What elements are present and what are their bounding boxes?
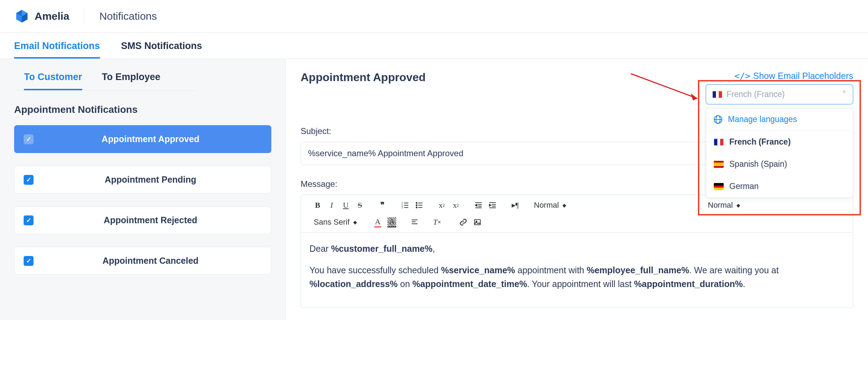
heading-select-1[interactable]: Normal◆ [532,200,568,211]
flag-france-icon [712,91,722,98]
text-color-button[interactable]: A [372,216,384,228]
manage-languages-item[interactable]: Manage languages [706,108,853,131]
flag-france-icon [714,139,724,146]
main-title: Appointment Approved [301,71,426,84]
strikethrough-button[interactable]: S [354,199,366,211]
language-select-value: French (France) [727,90,785,99]
notif-item-appointment-approved[interactable]: ✓ Appointment Approved [14,125,271,153]
italic-button[interactable]: I [326,199,338,211]
check-icon: ✓ [24,175,34,185]
editor-placeholder: %employee_full_name% [587,265,689,275]
header: Amelia Notifications [0,0,868,33]
page-title: Notifications [99,10,157,22]
notif-label: Appointment Pending [39,175,262,185]
svg-marker-18 [475,204,477,206]
section-heading: Appointment Notifications [14,104,271,115]
editor-text: , [433,244,435,254]
tab-email-notifications[interactable]: Email Notifications [14,41,100,59]
flag-spain-icon [714,161,724,168]
recipient-tabs: To Customer To Employee [14,69,194,91]
language-option-label: Spanish (Spain) [729,159,787,169]
outdent-button[interactable] [472,199,484,211]
text-direction-button[interactable]: ▸¶ [509,199,521,211]
tab-sms-notifications[interactable]: SMS Notifications [121,41,202,59]
main-content: Appointment Approved </> Show Email Plac… [286,59,868,320]
subscript-button[interactable]: x2 [436,199,448,211]
select-caret-icon: ◆ [736,202,740,208]
bold-button[interactable]: B [312,199,324,211]
superscript-button[interactable]: x2 [450,199,462,211]
language-option-german[interactable]: German [706,175,853,197]
show-placeholders-link[interactable]: </> Show Email Placeholders [734,71,853,81]
toolbar-heading-select-2-overlay: Normal◆ [706,200,853,211]
align-button[interactable] [409,216,421,228]
heading-select-2[interactable]: Normal◆ [706,200,742,211]
svg-point-10 [416,205,417,206]
editor-placeholder: %customer_full_name% [331,244,433,254]
manage-languages-label: Manage languages [728,115,797,124]
notif-item-appointment-pending[interactable]: ✓ Appointment Pending [14,166,271,194]
language-option-label: French (France) [729,137,791,147]
tab-to-customer[interactable]: To Customer [24,69,82,90]
font-family-select[interactable]: Sans Serif◆ [312,217,359,227]
notif-label: Appointment Approved [39,134,262,144]
divider [84,8,84,25]
editor-text: . [743,279,745,289]
editor-placeholder: %location_address% [309,279,398,289]
message-editor[interactable]: Dear %customer_full_name%, You have succ… [301,233,853,308]
svg-point-12 [416,207,417,208]
language-option-spanish[interactable]: Spanish (Spain) [706,153,853,175]
language-option-label: German [729,182,759,191]
check-icon: ✓ [24,256,34,266]
ordered-list-button[interactable]: 123 [399,199,411,211]
sidebar: To Customer To Employee Appointment Noti… [0,59,286,320]
unordered-list-button[interactable] [413,199,425,211]
globe-icon [714,115,722,124]
brand-name: Amelia [35,10,69,22]
blockquote-button[interactable]: ❞ [376,199,388,211]
svg-point-8 [416,202,417,203]
brand-logo-icon [14,8,30,24]
language-dropdown: Manage languages French (France) Spanish… [706,108,853,198]
clear-format-button[interactable]: T✕ [431,216,443,228]
select-caret-icon: ◆ [353,219,357,225]
svg-text:3: 3 [402,206,403,209]
svg-marker-23 [489,204,491,206]
link-button[interactable] [457,216,469,228]
image-button[interactable] [471,216,483,228]
svg-marker-1 [691,93,697,100]
underline-button[interactable]: U [340,199,352,211]
language-option-french[interactable]: French (France) [706,131,853,153]
editor-text: Dear [309,244,331,254]
editor-text: . We are waiting you at [689,265,779,275]
code-icon: </> [734,71,750,81]
svg-rect-27 [474,220,480,225]
language-select[interactable]: French (France) ˄ [706,84,853,104]
check-icon: ✓ [24,215,34,225]
show-placeholders-text: Show Email Placeholders [753,71,853,81]
check-icon: ✓ [24,134,34,144]
highlight-color-button[interactable]: A [386,216,398,228]
notif-label: Appointment Canceled [39,256,262,266]
select-caret-icon: ◆ [562,202,566,208]
notif-label: Appointment Rejected [39,215,262,225]
editor-placeholder: %service_name% [441,265,515,275]
editor-text: on [398,279,412,289]
editor-text: appointment with [515,265,587,275]
notif-item-appointment-rejected[interactable]: ✓ Appointment Rejected [14,206,271,234]
editor-text: . Your appointment will last [527,279,634,289]
language-panel: French (France) ˄ Manage languages Frenc… [698,80,861,215]
top-tabs: Email Notifications SMS Notifications [0,33,868,59]
editor-text: You have successfully scheduled [309,265,441,275]
tab-to-employee[interactable]: To Employee [102,69,161,90]
editor-placeholder: %appointment_duration% [634,279,743,289]
editor-placeholder: %appointment_date_time% [412,279,527,289]
flag-germany-icon [714,183,724,190]
chevron-up-icon: ˄ [842,90,846,99]
notif-item-appointment-canceled[interactable]: ✓ Appointment Canceled [14,247,271,275]
indent-button[interactable] [487,199,499,211]
